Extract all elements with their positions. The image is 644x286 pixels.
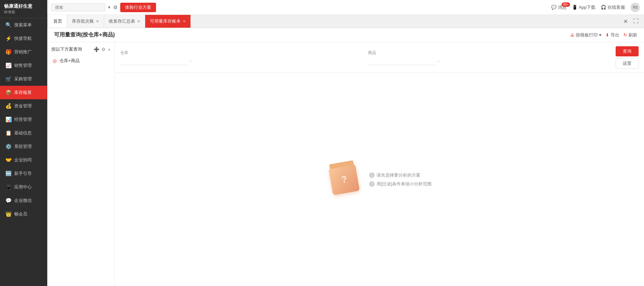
step2-text: 用[过滤]条件来缩小分析范围 (377, 181, 432, 187)
export-label: 导出 (611, 32, 619, 38)
page-header-actions: 🖨 按模板打印 ▾ ⬇ 导出 ↻ 刷新 (570, 32, 637, 38)
brand-name: 畅康通好生意 (4, 3, 43, 9)
brand-sub: 标准版 (4, 9, 43, 15)
tab-summary-label: 收发存汇总表 (109, 18, 135, 24)
sidebar-item-system[interactable]: ⚙️ 系统管理 (0, 140, 47, 153)
sidebar-item-label: 企业协同 (14, 157, 32, 163)
sidebar-item-search[interactable]: 🔍 搜索菜单 (0, 18, 47, 32)
topbar: ▾ ⚙ 体验行业方案 💬 消息 99+ 📱 App下载 🎧 在线客服 Rit (47, 0, 644, 15)
goods-input[interactable] (368, 57, 436, 65)
sidebar-item-sales[interactable]: 📈 销售管理 (0, 59, 47, 72)
sidebar-item-label: 营销推广 (14, 49, 32, 55)
empty-step-2: 2 用[过滤]条件来缩小分析范围 (369, 181, 432, 187)
system-icon: ⚙️ (5, 144, 11, 150)
sidebar-item-marketing[interactable]: 🎁 营销推广 (0, 45, 47, 59)
inventory-icon: 📦 (5, 89, 11, 96)
operation-icon: 📊 (5, 116, 11, 123)
sidebar-item-label: 快捷导航 (14, 35, 32, 42)
sidebar-item-label: 应用中心 (14, 184, 32, 190)
tab-available[interactable]: 可用量库存账本 ✕ (145, 15, 191, 28)
gear-icon[interactable]: ⚙ (113, 4, 118, 10)
shortcut-icon: ⚡ (5, 35, 11, 42)
apps-icon: 📱 (5, 184, 11, 190)
warehouse-more-icon[interactable]: ··· (189, 59, 192, 63)
sidebar-item-operation[interactable]: 📊 经营管理 (0, 113, 47, 126)
collapse-filter-icon[interactable]: « (108, 47, 110, 52)
warehouse-filter-field: 仓库 ··· (120, 50, 363, 65)
sidebar-item-guide[interactable]: 🆕 新手引导 (0, 167, 47, 180)
sidebar-item-label: 系统管理 (14, 144, 32, 150)
dropdown-chevron-icon[interactable]: ▾ (108, 5, 110, 10)
filter-actions: 查询 设置 (616, 46, 639, 69)
tabs-bar: 首页 库存批次账 ✕ 收发存汇总表 ✕ 可用量库存账本 ✕ ✕ ⛶ (47, 15, 644, 28)
guide-icon: 🆕 (5, 171, 11, 177)
avatar[interactable]: Rit (630, 3, 640, 12)
sidebar-item-label: 库存核算 (14, 89, 32, 96)
empty-box-graphic (329, 164, 360, 195)
print-chevron-icon[interactable]: ▾ (599, 32, 601, 37)
sidebar-item-enterprise[interactable]: 🤝 企业协同 (0, 153, 47, 167)
tab-batch-label: 库存批次账 (72, 18, 94, 24)
empty-step-1: 1 请先选择要分析的方案 (369, 172, 432, 178)
print-button[interactable]: 🖨 按模板打印 ▾ (570, 32, 601, 38)
tab-available-close-icon[interactable]: ✕ (183, 19, 186, 24)
cart-icon: 🛒 (5, 76, 11, 82)
goods-more-icon[interactable]: ··· (437, 59, 440, 63)
sidebar-item-shortcut[interactable]: ⚡ 快捷导航 (0, 32, 47, 45)
warehouse-filter-label: 仓库 (120, 50, 363, 56)
page-title: 可用量查询(按仓库+商品) (54, 31, 115, 38)
tab-expand-button[interactable]: ⛶ (632, 17, 640, 26)
sidebar-item-label: 采购管理 (14, 76, 32, 82)
finance-icon: 💰 (5, 103, 11, 109)
topbar-right: 💬 消息 99+ 📱 App下载 🎧 在线客服 Rit (551, 3, 640, 12)
filter-header: 按以下方案查询 ➕ ⚙ « (47, 46, 114, 55)
sidebar-item-label: 新手引导 (14, 171, 32, 177)
tab-summary-close-icon[interactable]: ✕ (137, 19, 140, 24)
sidebar-item-apps[interactable]: 📱 应用中心 (0, 180, 47, 194)
step1-num: 1 (369, 173, 375, 178)
sidebar-item-label: 企业微信 (14, 198, 32, 204)
message-button[interactable]: 💬 消息 99+ (551, 4, 567, 10)
settings-button[interactable]: 设置 (616, 58, 639, 69)
sidebar-scroll: 🔍 搜索菜单 ⚡ 快捷导航 🎁 营销推广 📈 销售管理 🛒 采购管理 📦 库存核… (0, 18, 47, 286)
sidebar-item-label: 销售管理 (14, 62, 32, 69)
search-input[interactable] (51, 3, 105, 11)
sidebar-item-member[interactable]: 👑 畅会员 (0, 207, 47, 221)
warehouse-input[interactable] (120, 57, 188, 65)
sidebar-item-basic[interactable]: 📋 基础信息 (0, 126, 47, 140)
sidebar-item-label: 畅会员 (14, 211, 27, 217)
export-button[interactable]: ⬇ 导出 (606, 32, 619, 38)
sidebar-item-finance[interactable]: 💰 资金管理 (0, 99, 47, 113)
sidebar-item-inventory[interactable]: 📦 库存核算 (0, 86, 47, 99)
export-icon: ⬇ (606, 32, 609, 37)
refresh-button[interactable]: ↻ 刷新 (623, 32, 637, 38)
headset-icon: 🎧 (601, 5, 606, 10)
main-area: ▾ ⚙ 体验行业方案 💬 消息 99+ 📱 App下载 🎧 在线客服 Rit (47, 0, 644, 286)
tab-batch[interactable]: 库存批次账 ✕ (67, 15, 104, 28)
query-button[interactable]: 查询 (616, 46, 639, 56)
tab-close-button[interactable]: ✕ (622, 17, 629, 26)
tab-home[interactable]: 首页 (49, 15, 67, 28)
username-label: Rit (633, 5, 638, 10)
app-download-button[interactable]: 📱 App下载 (572, 4, 595, 10)
tab-summary[interactable]: 收发存汇总表 ✕ (104, 15, 145, 28)
sidebar-item-purchase[interactable]: 🛒 采购管理 (0, 72, 47, 86)
online-service-button[interactable]: 🎧 在线客服 (601, 4, 625, 10)
settings-filter-icon[interactable]: ⚙ (101, 47, 106, 52)
filter-item-warehouse-goods[interactable]: ◎ 仓库+商品 (47, 55, 114, 67)
page-header: 可用量查询(按仓库+商品) 🖨 按模板打印 ▾ ⬇ 导出 ↻ 刷新 (47, 28, 644, 42)
filter-panel-title: 按以下方案查询 (51, 46, 82, 52)
tab-home-label: 首页 (53, 18, 62, 24)
sidebar-item-wechat[interactable]: 💬 企业微信 (0, 194, 47, 207)
filter-item-icon: ◎ (53, 58, 57, 63)
enterprise-icon: 🤝 (5, 157, 11, 163)
add-filter-icon[interactable]: ➕ (94, 47, 99, 52)
goods-filter-label: 商品 (368, 50, 611, 56)
filter-item-label: 仓库+商品 (59, 58, 80, 64)
trial-button[interactable]: 体验行业方案 (120, 3, 156, 12)
sidebar-item-label: 基础信息 (14, 130, 32, 136)
tab-batch-close-icon[interactable]: ✕ (96, 19, 99, 24)
phone-icon: 📱 (572, 5, 577, 10)
sidebar-item-label: 经营管理 (14, 116, 32, 123)
basic-icon: 📋 (5, 130, 11, 136)
